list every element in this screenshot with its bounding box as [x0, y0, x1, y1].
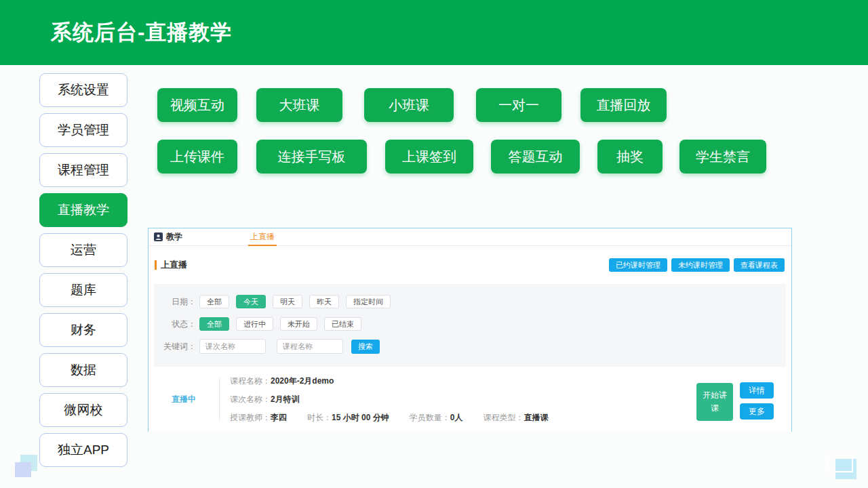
section-title: 上直播	[155, 259, 187, 271]
status-filter-label: 状态：	[154, 319, 196, 330]
page-title: 系统后台-直播教学	[51, 0, 232, 65]
booked-lessons-button[interactable]: 已约课时管理	[609, 258, 667, 272]
feature-button-quiz-interaction[interactable]: 答题互动	[491, 140, 580, 174]
decor-square-purple-left	[15, 462, 31, 477]
feature-button-large-class[interactable]: 大班课	[256, 88, 342, 122]
section-actions: 已约课时管理 未约课时管理 查看课程表	[609, 258, 785, 272]
unbooked-lessons-button[interactable]: 未约课时管理	[671, 258, 730, 272]
teacher-label: 授课教师：	[230, 413, 271, 422]
teacher-value: 李四	[271, 413, 287, 422]
app-label: 教学	[166, 231, 182, 243]
session-name-input[interactable]	[199, 339, 266, 354]
detail-button[interactable]: 详情	[740, 382, 774, 399]
status-chip-ongoing[interactable]: 进行中	[236, 317, 273, 331]
tab-go-live[interactable]: 上直播	[248, 228, 277, 246]
status-filter-row: 状态： 全部 进行中 未开始 已结束	[154, 317, 786, 331]
status-chip-finished[interactable]: 已结束	[324, 317, 361, 331]
feature-button-one-on-one[interactable]: 一对一	[476, 88, 561, 122]
feature-button-video-interaction[interactable]: 视频互动	[157, 88, 237, 122]
decor-square-outline-right	[827, 455, 853, 472]
sidebar-item-live-teaching[interactable]: 直播教学	[39, 193, 127, 227]
student-count-value: 0人	[450, 413, 463, 422]
view-timetable-button[interactable]: 查看课程表	[734, 258, 785, 272]
sidebar-item-course-management[interactable]: 课程管理	[39, 153, 127, 187]
date-chip-all[interactable]: 全部	[199, 295, 229, 308]
date-chip-tomorrow[interactable]: 明天	[273, 295, 302, 308]
sidebar-item-data[interactable]: 数据	[39, 353, 127, 387]
more-button[interactable]: 更多	[740, 403, 774, 420]
teacher-person-icon	[154, 232, 163, 241]
duration-label: 时长：	[307, 413, 332, 422]
date-chip-custom[interactable]: 指定时间	[346, 295, 391, 308]
feature-button-live-replay[interactable]: 直播回放	[580, 88, 667, 122]
feature-button-lucky-draw[interactable]: 抽奖	[597, 140, 663, 174]
page: 系统后台-直播教学 系统设置 学员管理 课程管理 直播教学 运营 题库 财务 数…	[0, 0, 868, 488]
lesson-record-row: 直播中 课程名称：2020年-2月demo 课次名称：2月特训 授课教师：李四	[149, 367, 791, 432]
student-count-label: 学员数量：	[410, 413, 450, 422]
sidebar-item-operations[interactable]: 运营	[39, 233, 127, 267]
section-title-text: 上直播	[161, 259, 187, 271]
filter-panel: 日期： 全部 今天 明天 昨天 指定时间 状态： 全部 进行中 未开始 已结束 …	[154, 284, 786, 367]
status-chip-not-started[interactable]: 未开始	[280, 317, 317, 331]
feature-button-small-class[interactable]: 小班课	[364, 88, 454, 122]
course-name-label: 课程名称：	[230, 376, 271, 386]
course-name-input[interactable]	[277, 339, 343, 354]
status-chip-all[interactable]: 全部	[199, 317, 229, 331]
feature-button-upload-courseware[interactable]: 上传课件	[157, 140, 237, 174]
sidebar-item-student-management[interactable]: 学员管理	[39, 113, 127, 147]
app-badge: 教学	[154, 231, 182, 243]
record-divider	[219, 378, 220, 420]
date-chip-today[interactable]: 今天	[236, 295, 266, 308]
course-type-label: 课程类型：	[483, 413, 524, 422]
sidebar-item-standalone-app[interactable]: 独立APP	[39, 433, 127, 467]
panel-nav-bar: 教学 上直播	[149, 228, 791, 246]
duration-value: 15 小时 00 分钟	[332, 413, 389, 422]
date-chip-yesterday[interactable]: 昨天	[309, 295, 339, 308]
date-filter-label: 日期：	[154, 296, 196, 308]
section-header: 上直播 已约课时管理 未约课时管理 查看课程表	[149, 246, 791, 284]
orange-accent-bar	[155, 260, 157, 270]
start-teaching-button[interactable]: 开始讲课	[696, 383, 733, 421]
keyword-filter-row: 关键词： 搜索	[154, 339, 786, 354]
search-button[interactable]: 搜索	[351, 340, 380, 354]
header-bar: 系统后台-直播教学	[0, 0, 868, 65]
feature-button-mute-students[interactable]: 学生禁言	[679, 140, 766, 174]
sidebar-item-finance[interactable]: 财务	[39, 313, 127, 347]
sidebar-item-system-settings[interactable]: 系统设置	[39, 73, 127, 107]
live-status-badge: 直播中	[149, 394, 219, 405]
session-name-value: 2月特训	[271, 394, 300, 404]
feature-button-class-checkin[interactable]: 上课签到	[385, 140, 473, 174]
keyword-filter-label: 关键词：	[154, 341, 196, 352]
course-type-value: 直播课	[524, 413, 548, 422]
record-fields: 课程名称：2020年-2月demo 课次名称：2月特训 授课教师：李四 时长：1…	[230, 375, 568, 424]
sidebar-item-question-bank[interactable]: 题库	[39, 273, 127, 307]
session-name-label: 课次名称：	[230, 394, 271, 404]
feature-button-connect-tablet[interactable]: 连接手写板	[256, 140, 367, 174]
course-name-value: 2020年-2月demo	[271, 376, 334, 386]
sidebar-item-micro-school[interactable]: 微网校	[39, 393, 127, 427]
sidebar: 系统设置 学员管理 课程管理 直播教学 运营 题库 财务 数据 微网校 独立AP…	[39, 73, 127, 467]
date-filter-row: 日期： 全部 今天 明天 昨天 指定时间	[154, 294, 786, 309]
live-admin-panel: 教学 上直播 上直播 已约课时管理 未约课时管理 查看课程表 日期： 全部 今天…	[148, 228, 792, 432]
